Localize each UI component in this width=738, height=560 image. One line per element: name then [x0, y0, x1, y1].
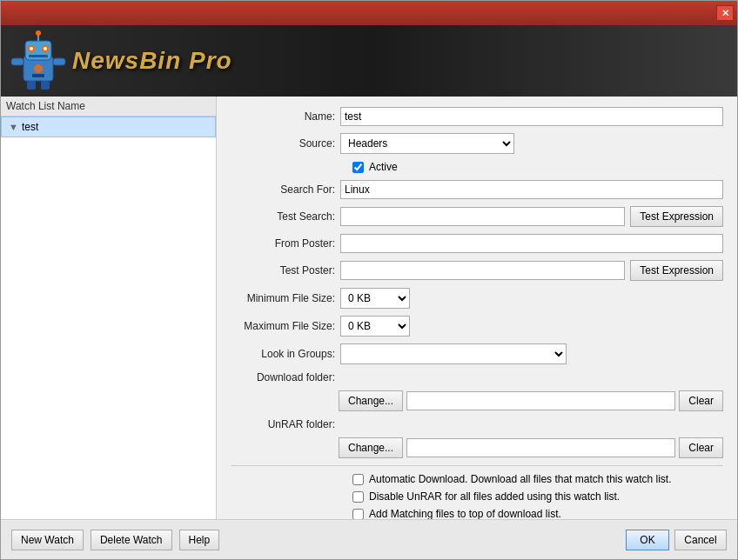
- watchlist-header: Watch List Name: [1, 97, 216, 117]
- svg-point-5: [44, 47, 47, 50]
- logo-robot-icon: [8, 30, 69, 91]
- look-in-groups-row: Look in Groups:: [231, 343, 723, 364]
- test-search-label: Test Search:: [231, 210, 335, 223]
- min-file-size-row: Minimum File Size: 0 KB 1 KB 10 KB: [231, 288, 723, 309]
- add-matching-label: Add Matching files to top of download li…: [369, 508, 561, 519]
- svg-rect-9: [27, 81, 36, 90]
- min-file-size-select[interactable]: 0 KB 1 KB 10 KB: [340, 288, 410, 309]
- svg-point-14: [36, 30, 41, 36]
- look-in-groups-label: Look in Groups:: [231, 348, 335, 360]
- main-window: ✕ NewsBin: [0, 0, 738, 560]
- delete-watch-button[interactable]: Delete Watch: [91, 530, 172, 550]
- test-expression-button-1[interactable]: Test Expression: [630, 206, 723, 227]
- test-poster-label: Test Poster:: [231, 264, 335, 277]
- max-file-size-label: Maximum File Size:: [231, 320, 335, 332]
- test-poster-input[interactable]: [340, 261, 625, 280]
- name-input[interactable]: [340, 107, 723, 126]
- source-select[interactable]: Headers Subject Body: [340, 133, 514, 154]
- app-title: NewsBin Pro: [72, 47, 232, 75]
- svg-rect-7: [11, 58, 23, 65]
- test-expression-button-2[interactable]: Test Expression: [630, 260, 723, 281]
- search-for-row: Search For:: [231, 180, 723, 199]
- list-item[interactable]: ▼ test: [1, 117, 216, 137]
- download-folder-label: Download folder:: [231, 371, 335, 383]
- watchlist-items: ▼ test: [1, 117, 216, 519]
- active-label: Active: [369, 161, 398, 173]
- active-row: Active: [231, 161, 723, 173]
- from-poster-row: From Poster:: [231, 234, 723, 253]
- header-banner: NewsBin Pro: [1, 25, 737, 97]
- divider-1: [231, 465, 723, 466]
- content-area: Watch List Name ▼ test Name: Source: Hea…: [1, 97, 737, 519]
- unrar-folder-row: Change... Clear: [231, 437, 723, 458]
- from-poster-label: From Poster:: [231, 237, 335, 250]
- max-file-size-row: Maximum File Size: 0 KB 1 KB 10 KB: [231, 316, 723, 337]
- from-poster-input[interactable]: [340, 234, 723, 253]
- right-panel: Name: Source: Headers Subject Body Activ…: [217, 97, 737, 519]
- clear-unrar-button[interactable]: Clear: [679, 437, 723, 458]
- title-bar: ✕: [1, 1, 737, 25]
- unrar-folder-label-row: UnRAR folder:: [231, 418, 723, 430]
- disable-unrar-label: Disable UnRAR for all files added using …: [369, 490, 620, 503]
- cancel-button[interactable]: Cancel: [674, 530, 727, 550]
- auto-download-checkbox[interactable]: [352, 474, 364, 485]
- filter-icon: ▼: [9, 122, 18, 132]
- help-button[interactable]: Help: [179, 530, 220, 550]
- source-row: Source: Headers Subject Body: [231, 133, 723, 154]
- watchlist-item-label: test: [22, 121, 38, 133]
- test-search-row: Test Search: Test Expression: [231, 206, 723, 227]
- test-poster-row: Test Poster: Test Expression: [231, 260, 723, 281]
- close-button[interactable]: ✕: [716, 5, 734, 21]
- svg-rect-10: [41, 81, 50, 90]
- max-file-size-select[interactable]: 0 KB 1 KB 10 KB: [340, 316, 410, 337]
- search-for-input[interactable]: [340, 180, 723, 199]
- ok-button[interactable]: OK: [626, 530, 669, 550]
- svg-rect-12: [32, 74, 44, 77]
- add-matching-checkbox[interactable]: [352, 509, 364, 520]
- left-panel: Watch List Name ▼ test: [1, 97, 217, 519]
- download-folder-label-row: Download folder:: [231, 371, 723, 383]
- clear-download-button[interactable]: Clear: [679, 390, 723, 411]
- source-label: Source:: [231, 137, 335, 150]
- new-watch-button[interactable]: New Watch: [11, 530, 84, 550]
- svg-rect-8: [53, 58, 65, 65]
- change-download-button[interactable]: Change...: [339, 390, 403, 411]
- look-in-groups-select[interactable]: [340, 343, 567, 364]
- name-label: Name:: [231, 110, 335, 123]
- svg-point-11: [34, 64, 43, 73]
- unrar-folder-input[interactable]: [406, 438, 675, 457]
- auto-download-label: Automatic Download. Download all files t…: [369, 473, 672, 485]
- test-search-input[interactable]: [340, 207, 625, 226]
- disable-unrar-row: Disable UnRAR for all files added using …: [231, 490, 723, 503]
- disable-unrar-checkbox[interactable]: [352, 491, 364, 503]
- unrar-folder-label: UnRAR folder:: [231, 418, 335, 430]
- footer: New Watch Delete Watch Help OK Cancel: [1, 519, 737, 559]
- name-row: Name:: [231, 107, 723, 126]
- auto-download-row: Automatic Download. Download all files t…: [231, 473, 723, 485]
- search-for-label: Search For:: [231, 183, 335, 196]
- min-file-size-label: Minimum File Size:: [231, 292, 335, 304]
- download-folder-row: Change... Clear: [231, 390, 723, 411]
- active-checkbox[interactable]: [352, 162, 364, 173]
- footer-right: OK Cancel: [626, 530, 727, 550]
- svg-point-4: [30, 47, 33, 50]
- svg-rect-6: [29, 55, 48, 57]
- change-unrar-button[interactable]: Change...: [339, 437, 403, 458]
- download-folder-input[interactable]: [406, 391, 675, 410]
- add-matching-row: Add Matching files to top of download li…: [231, 508, 723, 519]
